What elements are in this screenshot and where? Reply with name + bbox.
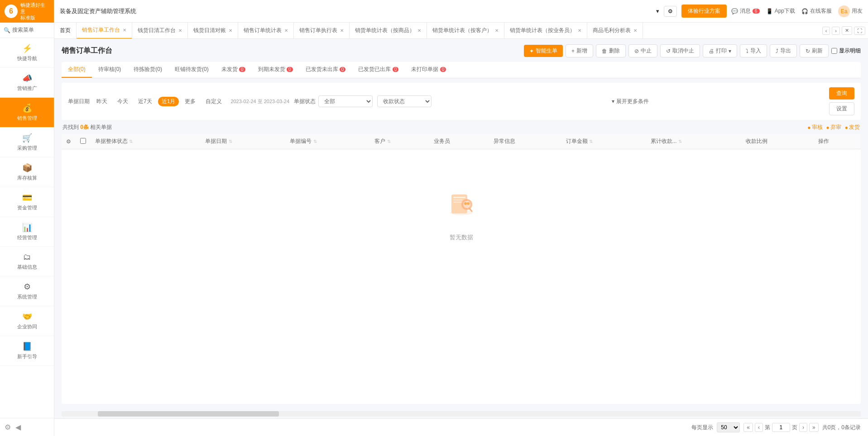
sort-customer-icon[interactable]: ⇅ bbox=[387, 139, 391, 144]
select-all-checkbox[interactable] bbox=[80, 138, 86, 144]
export-btn[interactable]: ⤴ 导出 bbox=[770, 44, 797, 57]
refresh-label: 刷新 bbox=[812, 47, 823, 55]
tab-cash-reconcile[interactable]: 钱货日清对账 ✕ bbox=[188, 23, 238, 39]
sidebar-item-purchase[interactable]: 🛒 采购管理 bbox=[0, 128, 54, 157]
scrollbar-thumb[interactable] bbox=[98, 411, 279, 417]
app-download-action[interactable]: 📱 App下载 bbox=[766, 7, 795, 15]
pause-btn[interactable]: ⊘ 中止 bbox=[628, 44, 657, 57]
filter-tab-overdue-not-shipped[interactable]: 到期未发货 0 bbox=[252, 62, 299, 78]
horizontal-scrollbar[interactable] bbox=[62, 411, 861, 417]
sidebar-item-finance[interactable]: 💳 资金管理 bbox=[0, 187, 54, 217]
tab-sales-stat-staff-close[interactable]: ✕ bbox=[578, 28, 581, 33]
ship-btn[interactable]: ● 发货 bbox=[845, 123, 860, 131]
sidebar-item-operation[interactable]: 📊 经营管理 bbox=[0, 217, 54, 247]
sidebar-item-base-info[interactable]: 🗂 基础信息 bbox=[0, 247, 54, 276]
sort-amount-icon[interactable]: ⇅ bbox=[589, 139, 593, 144]
sidebar-item-marketing[interactable]: 📣 营销推广 bbox=[0, 68, 54, 98]
smart-create-btn[interactable]: ✦ 智能生单 bbox=[524, 45, 563, 57]
sidebar-item-enterprise[interactable]: 🤝 企业协同 bbox=[0, 306, 54, 336]
first-page-btn[interactable]: « bbox=[743, 423, 753, 432]
collapse-icon[interactable]: ◀ bbox=[15, 423, 21, 431]
filter-tab-wang-pending-ship[interactable]: 旺铺待发货(0) bbox=[168, 62, 215, 78]
filter-tab-pending-inspect[interactable]: 待拣验货(0) bbox=[127, 62, 168, 78]
cancel-review-btn[interactable]: ● 弃审 bbox=[826, 123, 841, 131]
tab-next-btn[interactable]: › bbox=[832, 27, 840, 35]
tab-sales-exec-table[interactable]: 销售订单执行表 ✕ bbox=[294, 23, 350, 39]
tab-sales-stat-customer[interactable]: 销货单统计表（按客户） ✕ bbox=[427, 23, 504, 39]
expand-conditions-btn[interactable]: ▾ 展开更多条件 bbox=[612, 98, 649, 105]
refresh-btn[interactable]: ↻ 刷新 bbox=[800, 44, 829, 57]
system-dropdown[interactable]: ▾ bbox=[656, 8, 659, 14]
tab-home[interactable]: 首页 bbox=[54, 23, 77, 39]
payment-status-select[interactable]: 收款状态 bbox=[377, 95, 432, 107]
date-btn-more[interactable]: 更多 bbox=[181, 96, 200, 107]
tab-sales-exec-close[interactable]: ✕ bbox=[340, 28, 344, 33]
tab-prev-btn[interactable]: ‹ bbox=[822, 27, 830, 35]
last-page-btn[interactable]: » bbox=[809, 423, 819, 432]
sidebar-item-sales[interactable]: 💰 销售管理 bbox=[0, 98, 54, 128]
tab-sales-stat-product[interactable]: 销货单统计表（按商品） ✕ bbox=[350, 23, 427, 39]
settings-bottom-icon[interactable]: ⚙ bbox=[5, 423, 11, 431]
th-settings[interactable]: ⚙ bbox=[62, 134, 76, 149]
show-detail-checkbox[interactable] bbox=[831, 48, 837, 54]
tab-cash-daily-close[interactable]: ✕ bbox=[178, 28, 182, 33]
sort-number-icon[interactable]: ⇅ bbox=[313, 139, 317, 144]
tab-product-margin[interactable]: 商品毛利分析表 ✕ bbox=[587, 23, 643, 39]
tab-sales-stat-customer-close[interactable]: ✕ bbox=[495, 28, 499, 33]
page-input[interactable] bbox=[772, 423, 790, 432]
print-btn[interactable]: 🖨 打印 ▾ bbox=[703, 44, 737, 57]
tab-cash-daily[interactable]: 钱货日清工作台 ✕ bbox=[132, 23, 188, 39]
online-service-action[interactable]: 🎧 在线客服 bbox=[801, 7, 832, 15]
sidebar-search[interactable]: 🔍 搜索菜单 bbox=[0, 23, 54, 38]
tab-product-margin-close[interactable]: ✕ bbox=[633, 28, 637, 33]
show-detail-checkbox-label[interactable]: 显示明细 bbox=[831, 47, 861, 55]
tab-sales-stat-table[interactable]: 销售订单统计表 ✕ bbox=[238, 23, 294, 39]
filter-tab-shipped-out[interactable]: 已发货已出库 0 bbox=[352, 62, 405, 78]
tab-sales-workbench[interactable]: 销售订单工作台 ✕ bbox=[77, 23, 132, 39]
cancel-pause-btn[interactable]: ↺ 取消中止 bbox=[660, 44, 700, 57]
status-select[interactable]: 全部 bbox=[318, 95, 373, 107]
filter-tab-pending-review[interactable]: 待审核(0) bbox=[92, 62, 128, 78]
guide-icon: 📘 bbox=[22, 341, 32, 351]
review-btn[interactable]: ● 审核 bbox=[807, 123, 822, 131]
next-page-btn[interactable]: › bbox=[799, 423, 807, 432]
date-btn-7days[interactable]: 近7天 bbox=[134, 96, 156, 107]
sort-status-icon[interactable]: ⇅ bbox=[129, 139, 133, 144]
tab-maximize-btn[interactable]: ⛶ bbox=[854, 27, 865, 35]
filter-tab-shipped-not-out[interactable]: 已发货未出库 0 bbox=[299, 62, 352, 78]
import-btn[interactable]: ⤵ 导入 bbox=[740, 44, 767, 57]
message-action[interactable]: 💬 消息 6 bbox=[731, 7, 760, 15]
tab-sales-stat-product-close[interactable]: ✕ bbox=[417, 28, 421, 33]
new-btn[interactable]: + 新增 bbox=[566, 44, 593, 57]
date-btn-custom[interactable]: 自定义 bbox=[201, 96, 226, 107]
filter-tab-not-printed[interactable]: 未打印单据 0 bbox=[405, 62, 452, 78]
tab-sales-stat-staff[interactable]: 销货单统计表（按业务员） ✕ bbox=[504, 23, 587, 39]
page-size-select[interactable]: 50 10 20 100 bbox=[717, 422, 740, 432]
date-btn-1month[interactable]: 近1月 bbox=[158, 97, 179, 106]
sidebar-item-quick-nav[interactable]: ⚡ 快捷导航 bbox=[0, 38, 54, 68]
setting-btn[interactable]: 设置 bbox=[829, 102, 854, 115]
filter-tab-all[interactable]: 全部(0) bbox=[62, 62, 92, 78]
th-checkbox[interactable] bbox=[76, 134, 91, 149]
query-btn[interactable]: 查询 bbox=[829, 87, 854, 100]
sidebar-item-guide[interactable]: 📘 新手引导 bbox=[0, 336, 54, 366]
expand-btn-label: 展开更多条件 bbox=[616, 98, 649, 105]
tab-cash-reconcile-close[interactable]: ✕ bbox=[229, 28, 232, 33]
sort-received-icon[interactable]: ⇅ bbox=[678, 139, 682, 144]
sidebar-item-system[interactable]: ⚙ 系统管理 bbox=[0, 276, 54, 306]
prev-page-btn[interactable]: ‹ bbox=[755, 423, 763, 432]
user-action[interactable]: Ea 用友 bbox=[838, 5, 863, 17]
sort-date-icon[interactable]: ⇅ bbox=[229, 139, 232, 144]
tab-sales-workbench-close[interactable]: ✕ bbox=[123, 28, 126, 33]
settings-topbar-btn[interactable]: ⚙ bbox=[664, 6, 677, 17]
tab-close-all-btn[interactable]: ✕ bbox=[842, 26, 852, 35]
industry-solution-btn[interactable]: 体验行业方案 bbox=[681, 5, 727, 18]
tab-sales-stat-close[interactable]: ✕ bbox=[284, 28, 288, 33]
delete-btn[interactable]: 🗑 删除 bbox=[596, 44, 626, 57]
sidebar-item-inventory[interactable]: 📦 库存核算 bbox=[0, 157, 54, 187]
date-btn-today[interactable]: 今天 bbox=[113, 96, 132, 107]
review-circle-icon: ● bbox=[807, 124, 810, 131]
th-number: 单据编号 ⇅ bbox=[285, 134, 370, 149]
date-btn-yesterday[interactable]: 昨天 bbox=[92, 96, 111, 107]
filter-tab-not-shipped[interactable]: 未发货 0 bbox=[215, 62, 252, 78]
